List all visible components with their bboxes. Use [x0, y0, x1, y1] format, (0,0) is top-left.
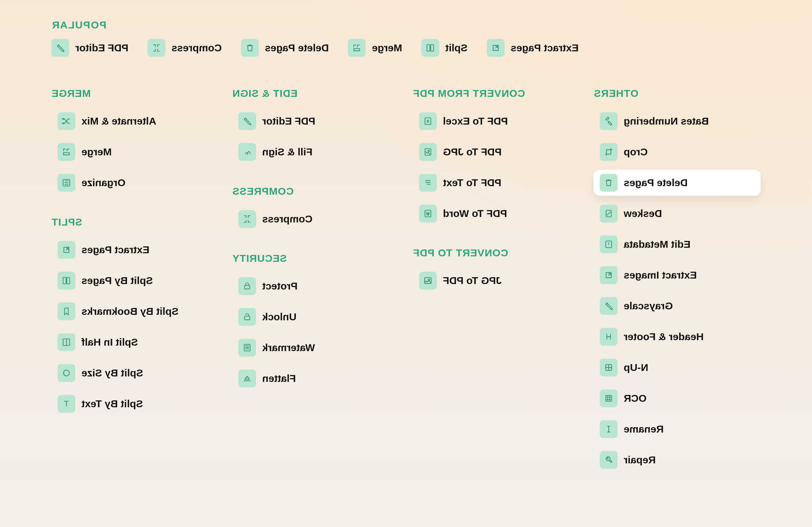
tool-label: Organize — [81, 177, 125, 189]
tool-ocr[interactable]: OCR — [594, 385, 761, 411]
section-title: SPLIT — [51, 216, 218, 228]
popular-extract-pages[interactable]: Extract Pages — [487, 39, 579, 57]
tool-split-by-text[interactable]: Split By Text — [51, 391, 218, 417]
tool-pdf-to-word[interactable]: PDF To Word — [413, 201, 580, 227]
tool-rename[interactable]: Rename — [594, 416, 761, 442]
popular-merge[interactable]: Merge — [348, 39, 402, 57]
text-icon — [58, 395, 75, 413]
tool-split-by-pages[interactable]: Split By Pages — [51, 268, 218, 294]
tool-edit-metadata[interactable]: Edit Metadata — [594, 231, 761, 257]
popular-compress[interactable]: Compress — [148, 39, 222, 57]
tool-label: PDF To Text — [443, 177, 502, 189]
section-title-popular: POPULAR — [51, 19, 761, 31]
tool-jpg-to-pdf[interactable]: JPG To PDF — [413, 268, 580, 294]
tool-label: Split By Pages — [81, 275, 153, 286]
section-title: CONVERT FROM PDF — [413, 88, 580, 99]
popular-label: Compress — [172, 42, 222, 54]
tool-label: Extract Images — [624, 269, 697, 281]
tool-label: Edit Metadata — [624, 239, 690, 250]
group-edit-sign: EDIT & SIGNPDF EditorFill & Sign — [232, 88, 399, 165]
group-convert-from-pdf: CONVERT FROM PDFPDF To ExcelPDF To JPGPD… — [413, 88, 580, 227]
popular-label: Delete Pages — [265, 42, 329, 54]
tool-flatten[interactable]: Flatten — [232, 365, 399, 391]
popular-label: Extract Pages — [511, 42, 579, 54]
tool-merge[interactable]: Merge — [51, 139, 218, 165]
tool-watermark[interactable]: Watermark — [232, 335, 399, 361]
meta-icon — [600, 235, 618, 253]
tool-label: Compress — [262, 213, 313, 225]
tool-n-up[interactable]: N-Up — [594, 355, 761, 381]
tool-label: Unlock — [262, 311, 296, 323]
pencil-icon — [238, 112, 256, 130]
tool-pdf-to-excel[interactable]: PDF To Excel — [413, 108, 580, 134]
half-icon — [58, 333, 75, 351]
tool-bates-numbering[interactable]: Bates Numbering — [594, 108, 761, 134]
tool-repair[interactable]: Repair — [594, 447, 761, 473]
compress-icon — [238, 210, 256, 228]
section-title: CONVERT TO PDF — [413, 247, 580, 259]
tool-unlock[interactable]: Unlock — [232, 304, 399, 330]
tool-split-in-half[interactable]: Split In Half — [51, 329, 218, 355]
popular-label: Merge — [372, 42, 402, 54]
tool-label: Crop — [624, 146, 648, 158]
tool-extract-pages[interactable]: Extract Pages — [51, 237, 218, 263]
popular-label: Split — [445, 42, 468, 54]
tool-split-by-size[interactable]: Split By Size — [51, 360, 218, 386]
crop-icon — [600, 143, 618, 161]
tool-organize[interactable]: Organize — [51, 170, 218, 196]
group-merge: MERGEAlternate & MixMergeOrganize — [51, 88, 218, 196]
tool-protect[interactable]: Protect — [232, 273, 399, 299]
tool-label: PDF Editor — [262, 115, 315, 127]
tool-grayscale[interactable]: Grayscale — [594, 293, 761, 319]
tool-list: Extract PagesSplit By PagesSplit By Book… — [51, 237, 218, 417]
tool-delete-pages[interactable]: Delete Pages — [594, 170, 761, 196]
organize-icon — [58, 174, 75, 192]
tool-label: PDF To Word — [443, 208, 507, 219]
section-title: MERGE — [51, 88, 218, 99]
sign-icon — [238, 143, 256, 161]
tool-extract-images[interactable]: Extract Images — [594, 262, 761, 288]
tool-header-footer[interactable]: Header & Footer — [594, 324, 761, 350]
hammer-icon — [600, 112, 618, 130]
bookmark-icon — [58, 303, 75, 320]
tool-list: PDF To ExcelPDF To JPGPDF To TextPDF To … — [413, 108, 580, 227]
tool-list: PDF EditorFill & Sign — [232, 108, 399, 165]
tool-split-by-bookmarks[interactable]: Split By Bookmarks — [51, 298, 218, 324]
ocr-icon — [600, 389, 618, 407]
tool-fill-sign[interactable]: Fill & Sign — [232, 139, 399, 165]
section-title: OTHERS — [594, 88, 761, 99]
tool-compress[interactable]: Compress — [232, 206, 399, 232]
tool-list: Compress — [232, 206, 399, 232]
tool-label: Repair — [624, 454, 656, 466]
tool-pdf-editor[interactable]: PDF Editor — [232, 108, 399, 134]
jpg-icon — [419, 143, 437, 161]
split-icon — [421, 39, 439, 57]
tool-label: JPG To PDF — [443, 275, 502, 286]
image-icon — [419, 272, 437, 290]
section-title: EDIT & SIGN — [232, 88, 399, 99]
popular-split[interactable]: Split — [421, 39, 468, 57]
group-split: SPLITExtract PagesSplit By PagesSplit By… — [51, 216, 218, 417]
tool-alternate-mix[interactable]: Alternate & Mix — [51, 108, 218, 134]
tool-pdf-to-text[interactable]: PDF To Text — [413, 170, 580, 196]
popular-delete-pages[interactable]: Delete Pages — [241, 39, 329, 57]
columns-grid: MERGEAlternate & MixMergeOrganizeSPLITEx… — [51, 88, 761, 493]
popular-row: PDF EditorCompressDelete PagesMergeSplit… — [51, 39, 761, 57]
column-1: MERGEAlternate & MixMergeOrganizeSPLITEx… — [51, 88, 218, 493]
popular-label: PDF Editor — [75, 42, 128, 54]
tool-label: Merge — [81, 146, 112, 158]
textlines-icon — [419, 174, 437, 192]
tool-deskew[interactable]: Deskew — [594, 201, 761, 227]
tool-list: JPG To PDF — [413, 268, 580, 294]
tool-crop[interactable]: Crop — [594, 139, 761, 165]
tool-label: Bates Numbering — [624, 115, 709, 127]
popular-pdf-editor[interactable]: PDF Editor — [51, 39, 128, 57]
extract-icon — [487, 39, 505, 57]
tool-pdf-to-jpg[interactable]: PDF To JPG — [413, 139, 580, 165]
flatten-icon — [238, 370, 256, 387]
H-icon — [600, 328, 618, 346]
group-security: SECURITYProtectUnlockWatermarkFlatten — [232, 253, 399, 391]
pencil-icon — [51, 39, 69, 57]
compress-icon — [148, 39, 165, 57]
unlock-icon — [238, 308, 256, 326]
